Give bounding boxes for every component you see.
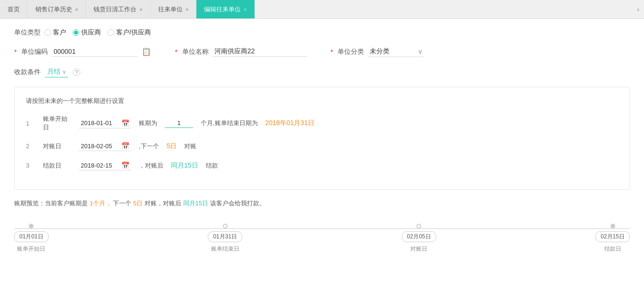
radio-customer-label: 客户 (53, 28, 66, 37)
preview-highlight1: 1个月， (90, 200, 111, 207)
period-num-2: 2 (26, 143, 35, 150)
timeline-dot-1 (223, 224, 228, 228)
period-num-1: 1 (26, 120, 35, 127)
period-num-3: 3 (26, 162, 35, 169)
content-area: 单位类型 客户 供应商 客户/供应商 * 单位编码 (0, 19, 644, 287)
radio-customer-circle (44, 29, 51, 36)
period-type-1: 账单开始日 (43, 115, 71, 132)
unit-name-star: * (175, 48, 177, 56)
preview-suffix: 该客户会给我打款。 (210, 200, 265, 207)
preview-highlight2: 5日 (133, 200, 143, 207)
unit-code-calendar-icon[interactable]: 📋 (142, 47, 151, 56)
period-row-1: 1 账单开始日 2018-01-01 📅 账期为 个月,账单结束日期为 2018… (26, 115, 618, 132)
unit-type-row: 单位类型 客户 供应商 客户/供应商 (14, 28, 630, 37)
date-input-1[interactable]: 2018-01-01 📅 (79, 118, 131, 128)
payment-row: 收款条件 月结 ∨ ? (14, 67, 630, 77)
unit-class-group: * 单位分类 未分类 ∨ (330, 46, 424, 57)
period-row-3: 3 结款日 2018-02-15 📅 ，对账后 同月15日 结款 (26, 160, 618, 170)
timeline-badge-1: 01月31日 (208, 231, 242, 242)
unit-class-chevron-icon: ∨ (418, 48, 423, 55)
panel-title: 请按照未来的一个完整帐期进行设置 (26, 97, 618, 105)
unit-class-select[interactable]: 未分类 ∨ (368, 46, 424, 57)
period-highlight-3: 同月15日 (171, 161, 198, 170)
payment-chevron-icon: ∨ (62, 69, 66, 75)
period-desc-pre-3: ，对账后 (139, 161, 163, 170)
period-desc-pre-2: ,下一个 (139, 142, 159, 151)
period-desc-post-1: 个月,账单结束日期为 (201, 119, 258, 127)
date-input-2[interactable]: 2018-02-05 📅 (79, 141, 131, 151)
timeline-badge-0: 01月01日 (14, 231, 49, 242)
period-desc-post-3: 结款 (206, 161, 218, 170)
unit-code-group: * 单位编码 📋 (14, 47, 151, 57)
payment-value: 月结 (47, 68, 60, 76)
unit-class-star: * (330, 48, 333, 56)
period-highlight-2: 5日 (167, 142, 177, 151)
tab-close-sales-history[interactable]: × (75, 7, 78, 12)
tab-close-edit-unit[interactable]: × (244, 7, 246, 12)
unit-name-group: * 单位名称 (175, 47, 306, 57)
timeline-label-0: 账单开始日 (17, 245, 45, 253)
timeline-node-3: 02月15日 结款日 (595, 224, 630, 253)
unit-code-label: 单位编码 (21, 48, 48, 56)
timeline-node-0: 01月01日 账单开始日 (14, 224, 49, 253)
unit-code-input[interactable] (51, 47, 138, 57)
radio-supplier[interactable]: 供应商 (73, 28, 101, 37)
timeline-nodes: 01月01日 账单开始日 01月31日 账单结束日 02月05日 对账日 02月… (14, 224, 630, 253)
unit-name-input[interactable] (212, 47, 307, 57)
timeline-node-2: 02月05日 对账日 (402, 224, 436, 253)
unit-type-label: 单位类型 (14, 28, 41, 37)
radio-group: 客户 供应商 客户/供应商 (44, 28, 151, 37)
preview-prefix: 账期预览：当前客户账期是 (14, 200, 88, 207)
period-desc-pre-1: 账期为 (139, 119, 157, 127)
date-val-2: 2018-02-05 (81, 143, 119, 150)
tab-home[interactable]: 首页 (0, 0, 28, 18)
payment-select[interactable]: 月结 ∨ (45, 67, 68, 77)
tab-close-cash-work[interactable]: × (139, 7, 142, 12)
period-type-2: 对账日 (43, 142, 71, 151)
payment-help-icon[interactable]: ? (73, 68, 80, 76)
period-type-3: 结款日 (43, 161, 71, 170)
radio-supplier-circle (73, 29, 79, 36)
tabs-bar: 首页 销售订单历史 × 钱货日清工作台 × 往来单位 × 编辑往来单位 × › (0, 0, 644, 19)
timeline-dot-3 (610, 224, 615, 228)
calendar-icon-1[interactable]: 📅 (121, 119, 129, 127)
tab-edit-unit[interactable]: 编辑往来单位 × (196, 0, 254, 18)
unit-class-label: 单位分类 (338, 48, 364, 56)
period-desc-post-2: 对账 (184, 142, 196, 151)
payment-label: 收款条件 (14, 68, 41, 76)
unit-info-row: * 单位编码 📋 * 单位名称 * 单位分类 未分类 ∨ (14, 46, 630, 57)
period-highlight-1: 2018年01月31日 (265, 119, 314, 127)
unit-class-value: 未分类 (370, 47, 416, 56)
preview-section: 账期预览：当前客户账期是 1个月， 下一个 5日 对账，对账后 同月15日 该客… (14, 197, 630, 208)
timeline-dot-0 (29, 224, 34, 228)
period-panel: 请按照未来的一个完整帐期进行设置 1 账单开始日 2018-01-01 📅 账期… (14, 87, 630, 190)
radio-customer[interactable]: 客户 (44, 28, 66, 37)
timeline-label-3: 结款日 (604, 245, 621, 253)
timeline-dot-2 (416, 224, 421, 228)
timeline-node-1: 01月31日 账单结束日 (208, 224, 242, 253)
date-input-3[interactable]: 2018-02-15 📅 (79, 160, 131, 170)
tab-sales-history[interactable]: 销售订单历史 × (28, 0, 86, 18)
unit-name-label: 单位名称 (182, 48, 209, 56)
unit-type-group: 单位类型 客户 供应商 客户/供应商 (14, 28, 151, 37)
preview-highlight3: 同月15日 (183, 200, 208, 207)
date-val-1: 2018-01-01 (81, 119, 119, 127)
radio-supplier-label: 供应商 (81, 28, 101, 37)
timeline-badge-3: 02月15日 (595, 231, 630, 242)
calendar-icon-3[interactable]: 📅 (121, 161, 129, 169)
tab-more-button[interactable]: › (632, 0, 644, 18)
timeline: 01月01日 账单开始日 01月31日 账单结束日 02月05日 对账日 02月… (14, 219, 630, 262)
tab-units[interactable]: 往来单位 × (151, 0, 196, 18)
timeline-label-2: 对账日 (410, 245, 427, 253)
calendar-icon-2[interactable]: 📅 (121, 142, 129, 150)
radio-both-label: 客户/供应商 (116, 28, 151, 37)
tab-cash-work[interactable]: 钱货日清工作台 × (86, 0, 150, 18)
timeline-label-1: 账单结束日 (211, 245, 239, 253)
preview-mid1: 下一个 (113, 200, 131, 207)
tab-close-units[interactable]: × (186, 7, 188, 12)
unit-code-star: * (14, 48, 17, 56)
radio-both-circle (108, 29, 114, 36)
timeline-badge-2: 02月05日 (402, 231, 436, 242)
period-months-input[interactable] (165, 118, 193, 128)
radio-both[interactable]: 客户/供应商 (108, 28, 151, 37)
